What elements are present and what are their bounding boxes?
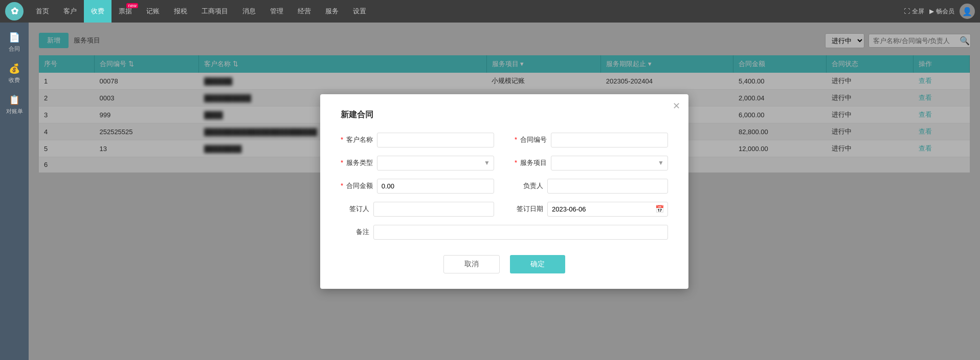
service-project-select[interactable]: [551, 156, 668, 171]
sidebar-item-fee[interactable]: 💰 收费: [1, 59, 28, 88]
avatar[interactable]: 👤: [960, 4, 975, 19]
nav-service[interactable]: 服务: [318, 0, 346, 23]
service-project-row: * 服务项目 ▼: [515, 156, 668, 171]
nav-fee[interactable]: 收费: [84, 0, 112, 23]
cancel-button[interactable]: 取消: [443, 255, 500, 273]
fullscreen-btn[interactable]: ⛶ 全屏: [904, 7, 924, 16]
amount-input[interactable]: [377, 179, 494, 194]
content-area: 新增 服务项目 进行中 已完成 已终止 🔍 序号 合同编号 ⇅ 客户名称 ⇅ 服…: [29, 23, 980, 360]
nav-tax[interactable]: 报税: [167, 0, 194, 23]
remark-input[interactable]: [373, 225, 668, 240]
service-type-select[interactable]: [377, 156, 494, 171]
sign-date-input[interactable]: [547, 202, 668, 217]
customer-name-row: * 客户名称: [341, 133, 494, 147]
signer-input[interactable]: [373, 202, 494, 217]
modal-footer: 取消 确定: [341, 255, 668, 273]
responsible-row: 负责人: [515, 179, 668, 194]
reconciliation-icon: 📋: [9, 94, 20, 105]
modal-overlay: ✕ 新建合同 * 客户名称 * 合同: [29, 23, 980, 360]
nav-ticket[interactable]: 票据 new: [112, 0, 139, 23]
nav-customer[interactable]: 客户: [56, 0, 84, 23]
form-grid: * 客户名称 * 合同编号: [341, 133, 668, 240]
sidebar: 📄 合同 💰 收费 📋 对账单: [0, 23, 29, 360]
nav-operation[interactable]: 经营: [291, 0, 318, 23]
new-badge: new: [126, 3, 138, 8]
confirm-button[interactable]: 确定: [510, 255, 565, 273]
sidebar-item-reconciliation[interactable]: 📋 对账单: [1, 90, 28, 119]
nav-right: ⛶ 全屏 ▶ 畅会员 👤: [904, 4, 975, 19]
nav-settings[interactable]: 设置: [346, 0, 373, 23]
contract-no-input[interactable]: [551, 133, 668, 147]
service-type-row: * 服务类型 ▼: [341, 156, 494, 171]
app-logo: ✿: [5, 2, 24, 20]
vip-btn[interactable]: ▶ 畅会员: [929, 7, 954, 16]
create-contract-modal: ✕ 新建合同 * 客户名称 * 合同: [320, 94, 688, 289]
main-layout: 📄 合同 💰 收费 📋 对账单 新增 服务项目 进行中 已完成 已终止 🔍: [0, 23, 980, 360]
nav-manage[interactable]: 管理: [263, 0, 291, 23]
modal-close-button[interactable]: ✕: [673, 100, 680, 112]
fee-icon: 💰: [9, 63, 20, 74]
signer-row: 签订人: [341, 202, 494, 217]
modal-title: 新建合同: [341, 110, 668, 120]
sidebar-item-contract[interactable]: 📄 合同: [1, 28, 28, 57]
nav-bookkeeping[interactable]: 记账: [139, 0, 167, 23]
nav-business[interactable]: 工商项目: [194, 0, 235, 23]
contract-no-row: * 合同编号: [515, 133, 668, 147]
nav-message[interactable]: 消息: [235, 0, 263, 23]
nav-home[interactable]: 首页: [29, 0, 56, 23]
top-nav: ✿ 首页 客户 收费 票据 new 记账 报税 工商项目 消息 管理 经营 服务…: [0, 0, 980, 23]
customer-name-input[interactable]: [377, 133, 494, 147]
remark-row: 备注: [341, 225, 668, 240]
sign-date-row: 签订日期 📅: [515, 202, 668, 217]
amount-row: * 合同金额: [341, 179, 494, 194]
contract-icon: 📄: [9, 32, 20, 43]
responsible-input[interactable]: [547, 179, 668, 194]
